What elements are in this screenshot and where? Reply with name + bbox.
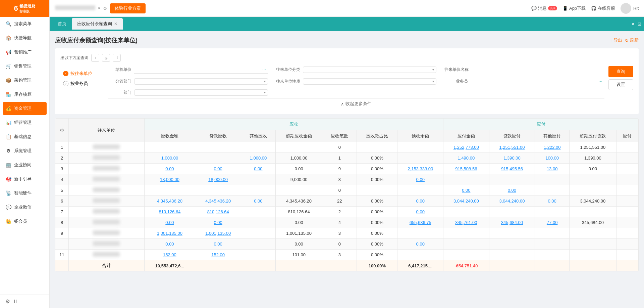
row-num: 5	[55, 185, 69, 196]
tab-close-btn[interactable]: ✕	[114, 21, 117, 26]
add-filter-btn[interactable]: +	[91, 54, 99, 62]
row-ap-loan: 1,390.00	[489, 153, 535, 164]
row-ar-amount: 0.00	[144, 164, 195, 174]
partner-category-select[interactable]: ▾	[303, 67, 436, 73]
sidebar-item-system[interactable]: ⚙ 系统管理	[0, 144, 49, 158]
row-ar-prepaid: 655,636.75	[397, 217, 443, 228]
tab-home[interactable]: 首页	[52, 18, 72, 30]
export-btn[interactable]: ↑ 导出	[610, 37, 623, 43]
row-ar-overdue	[275, 185, 322, 196]
row-ar-ratio: 0.00%	[357, 153, 397, 164]
sidebar-item-label: 销售管理	[14, 63, 32, 69]
nav-by-salesperson[interactable]: ○ 按业务员	[60, 79, 104, 89]
total-label-text: 合计	[69, 260, 145, 271]
message-btn[interactable]: 💬 消息 99+	[531, 5, 557, 11]
dots-btn[interactable]: ···	[262, 67, 266, 72]
sidebar-item-corp[interactable]: 🏢 企业协同	[0, 158, 49, 172]
filter-collapse-btn[interactable]: 《	[113, 54, 121, 62]
row-ar-other	[241, 217, 275, 228]
row-ar-loan: 810,126.64	[195, 207, 241, 217]
dept-select[interactable]: ▾	[134, 78, 268, 85]
sidebar-item-purchase[interactable]: 📦 采购管理	[0, 73, 49, 87]
row-ar-prepaid: 0.00	[397, 196, 443, 207]
row-ar-loan	[195, 153, 241, 164]
field-partner-name: 往来单位名称	[444, 66, 604, 74]
sidebar-item-operation[interactable]: 📊 经营管理	[0, 116, 49, 130]
field-label: 分管部门	[108, 79, 131, 84]
filter-target-btn[interactable]: ◎	[102, 54, 110, 62]
department-select[interactable]: ▾	[134, 89, 268, 96]
row-ar-prepaid	[397, 250, 443, 260]
row-num: 9	[55, 228, 69, 239]
dots-btn[interactable]: ···	[598, 79, 602, 84]
sidebar-item-finance[interactable]: 💰 资金管理	[3, 102, 47, 115]
row-num	[55, 239, 69, 250]
chevron-down-icon: ▾	[264, 91, 266, 94]
sidebar-item-quicknav[interactable]: 🏠 快捷导航	[0, 31, 49, 45]
col-ar-overdue: 超期应收金额	[275, 130, 322, 142]
field-salesperson: 业务员 ···	[444, 78, 604, 85]
sidebar-item-label: 新手引导	[14, 176, 32, 182]
query-btn[interactable]: 查询	[608, 66, 633, 77]
col-ar-prepaid: 预收余额	[397, 130, 443, 142]
tab-ar-ap-label: 应收应付余额查询	[77, 21, 112, 27]
row-ar-ratio: 0.00%	[357, 174, 397, 185]
tab-expand-btn[interactable]: ⊡	[638, 21, 641, 27]
row-partner	[69, 142, 145, 153]
row-ap-other: 100.00	[535, 153, 570, 164]
row-ar-ratio: 0.00%	[357, 228, 397, 239]
filter-grid: 结算单位 ··· 往来单位分类 ▾	[108, 66, 604, 96]
collapse-icon[interactable]: ⏸	[13, 299, 18, 305]
row-ap-other: 77.00	[535, 217, 570, 228]
service-btn[interactable]: 🎧 在线客服	[591, 5, 615, 11]
user-info[interactable]: Rit	[621, 3, 639, 14]
settlement-input[interactable]: ···	[134, 66, 268, 74]
sidebar-item-label: 企业协同	[14, 162, 32, 168]
row-ar-ratio: 0.00%	[357, 239, 397, 250]
refresh-btn[interactable]: ↻ 刷新	[625, 37, 639, 43]
table-row: 2 1,000.00 1,000.00 1,000.00 1 0.00% 1,4…	[55, 153, 639, 164]
sidebar-item-member[interactable]: 👑 畅会员	[0, 214, 49, 228]
partner-nature-select[interactable]: ▾	[303, 78, 436, 85]
partner-name-input[interactable]	[471, 66, 604, 73]
col-ar-count: 应收笔数	[322, 130, 357, 142]
dropdown-icon[interactable]: ▾	[98, 6, 100, 11]
row-ar-ratio: 0.00%	[357, 196, 397, 207]
sidebar-item-inventory[interactable]: 🏪 库存核算	[0, 87, 49, 101]
sidebar-item-hardware[interactable]: 📡 智能硬件	[0, 186, 49, 200]
sidebar-item-wechat[interactable]: 💬 企业微信	[0, 200, 49, 214]
settings-gear-icon[interactable]: ⚙	[60, 128, 64, 133]
row-ap-other: 0.00	[535, 196, 570, 207]
row-ar-other: 0.00	[241, 164, 275, 174]
row-ar-overdue: 1,001,135.00	[275, 228, 322, 239]
setting-btn[interactable]: 设置	[608, 79, 633, 90]
sidebar-item-guide[interactable]: 🎯 新手引导	[0, 172, 49, 186]
app-download-btn[interactable]: 📱 App下载	[562, 5, 586, 11]
settings-btn[interactable]: ⚙	[103, 6, 107, 11]
row-ap-amount: 0.00	[443, 185, 489, 196]
sidebar-item-label: 基础信息	[14, 134, 32, 140]
col-ar-amount: 应收金额	[144, 130, 195, 142]
row-ap-other	[535, 228, 570, 239]
sidebar-item-basic[interactable]: 📋 基础信息	[0, 130, 49, 144]
row-ap-loan	[489, 239, 535, 250]
salesperson-input[interactable]: ···	[471, 78, 604, 85]
industry-btn[interactable]: 体验行业方案	[110, 3, 146, 13]
sidebar-item-sales[interactable]: 🛒 销售管理	[0, 59, 49, 73]
nav-by-partner[interactable]: ✓ 按往来单位	[60, 69, 104, 79]
collapse-bar[interactable]: ∧ 收起更多条件	[108, 98, 604, 109]
tab-ar-ap[interactable]: 应收应付余额查询 ✕	[72, 18, 123, 30]
table-row: 5 0 0.00 0.00	[55, 185, 639, 196]
row-num: 11	[55, 250, 69, 260]
sidebar-item-marketing[interactable]: 📢 营销推广	[0, 45, 49, 59]
row-ap-suffix	[616, 185, 638, 196]
row-ap-suffix	[616, 217, 638, 228]
row-ar-overdue	[275, 142, 322, 153]
tab-close-window-btn[interactable]: ✕	[631, 21, 635, 27]
system-icon: ⚙	[5, 148, 11, 154]
row-ar-overdue: 4,345,436.20	[275, 196, 322, 207]
settings-icon[interactable]: ⚙	[5, 298, 10, 305]
logo-name: 畅捷通财	[19, 3, 36, 9]
row-partner	[69, 250, 145, 260]
sidebar-item-search[interactable]: 🔍 搜索菜单	[0, 17, 49, 31]
